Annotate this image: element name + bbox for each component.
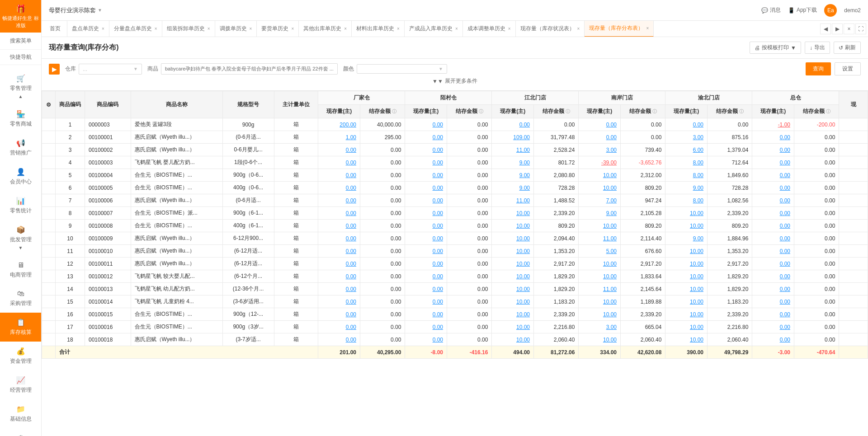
tab-close-icon[interactable]: × xyxy=(344,26,347,31)
tab-stock-dist[interactable]: 现存量（库存分布表） × xyxy=(585,21,654,37)
row-c1-qty[interactable]: 0.00 xyxy=(318,258,360,270)
sidebar-item-inventory[interactable]: 📋 库存核算 xyxy=(0,313,41,342)
row-c3-qty[interactable]: 10.00 xyxy=(492,295,534,308)
row-c2-qty[interactable]: 0.00 xyxy=(405,182,447,194)
row-tot-qty[interactable]: 0.00 xyxy=(752,270,794,283)
row-c2-qty[interactable]: 0.00 xyxy=(405,144,447,156)
sidebar-item-base[interactable]: 📁 基础信息 xyxy=(0,399,41,428)
row-tot-qty[interactable]: 0.00 xyxy=(752,245,794,258)
row-c2-qty[interactable]: 0.00 xyxy=(405,308,447,321)
tab-next-btn[interactable]: ▶ xyxy=(832,23,843,34)
row-c3-qty[interactable]: 10.00 xyxy=(492,308,534,321)
row-c1-qty[interactable]: 0.00 xyxy=(318,295,360,308)
row-c1-qty[interactable]: 0.00 xyxy=(318,308,360,321)
row-c1-qty[interactable]: 1.00 xyxy=(318,131,360,144)
tab-close-icon[interactable]: × xyxy=(455,26,458,31)
row-tot-qty[interactable]: 0.00 xyxy=(752,220,794,232)
row-c3-qty[interactable]: 10.00 xyxy=(492,283,534,295)
print-btn[interactable]: 🖨 按模板打印 ▼ xyxy=(750,42,801,54)
row-tot-qty[interactable]: 0.00 xyxy=(752,283,794,295)
tab-transfer[interactable]: 调拨单历史 × xyxy=(215,21,257,37)
row-c2-qty[interactable]: 0.00 xyxy=(405,232,447,245)
row-c5-qty[interactable]: 10.00 xyxy=(665,333,708,346)
row-c5-qty[interactable]: 8.00 xyxy=(665,156,708,169)
row-c2-qty[interactable]: 0.00 xyxy=(405,270,447,283)
row-c2-qty[interactable]: 0.00 xyxy=(405,321,447,333)
nanan-amt-info[interactable]: ⓘ xyxy=(652,109,657,114)
row-c1-qty[interactable]: 0.00 xyxy=(318,321,360,333)
row-c2-qty[interactable]: 0.00 xyxy=(405,118,447,131)
row-c2-qty[interactable]: 0.00 xyxy=(405,258,447,270)
row-c4-qty[interactable]: 0.00 xyxy=(579,118,621,131)
row-c3-qty[interactable]: 11.00 xyxy=(492,194,534,207)
row-c2-qty[interactable]: 0.00 xyxy=(405,131,447,144)
row-c4-qty[interactable]: 10.00 xyxy=(579,182,621,194)
tab-stock-status[interactable]: 现存量（库存状况表） × xyxy=(516,21,585,37)
company-dropdown[interactable]: 母婴行业演示陈套 xyxy=(49,6,96,14)
username[interactable]: demo2 xyxy=(844,7,861,14)
row-c4-qty[interactable]: 10.00 xyxy=(579,258,621,270)
company-dropdown-arrow[interactable]: ▼ xyxy=(98,8,102,13)
row-tot-qty[interactable]: 0.00 xyxy=(752,321,794,333)
row-c4-qty[interactable]: -39.00 xyxy=(579,156,621,169)
tab-other-out[interactable]: 其他出库单历史 × xyxy=(299,21,352,37)
row-c5-qty[interactable]: 9.00 xyxy=(665,182,708,194)
row-c5-qty[interactable]: 10.00 xyxy=(665,321,708,333)
row-c5-qty[interactable]: 0.00 xyxy=(665,118,708,131)
row-c1-qty[interactable]: 0.00 xyxy=(318,245,360,258)
tab-close-icon[interactable]: × xyxy=(155,26,157,31)
row-c3-qty[interactable]: 9.00 xyxy=(492,182,534,194)
tab-requisition[interactable]: 要货单历史 × xyxy=(257,21,299,37)
row-tot-qty[interactable]: 0.00 xyxy=(752,308,794,321)
row-c3-qty[interactable]: 10.00 xyxy=(492,245,534,258)
sidebar-item-system[interactable]: ⚙ 系统管理 xyxy=(0,428,41,436)
tab-close-icon[interactable]: × xyxy=(397,26,400,31)
tab-material-out[interactable]: 材料出库单历史 × xyxy=(352,21,405,37)
sidebar-item-retail-mgmt[interactable]: 🛒 零售管理 ▲ xyxy=(0,69,41,104)
row-c4-qty[interactable]: 11.00 xyxy=(579,283,621,295)
row-c3-qty[interactable]: 10.00 xyxy=(492,333,534,346)
row-c3-qty[interactable]: 11.00 xyxy=(492,144,534,156)
sidebar-item-retail-stats[interactable]: 📊 零售统计 xyxy=(0,191,41,220)
tab-close-icon[interactable]: × xyxy=(646,26,649,31)
row-tot-qty[interactable]: 0.00 xyxy=(752,169,794,182)
row-c5-qty[interactable]: 10.00 xyxy=(665,207,708,220)
sidebar-item-operations[interactable]: 📈 经营管理 xyxy=(0,370,41,399)
avatar[interactable]: Ea xyxy=(824,4,837,17)
row-c5-qty[interactable]: 10.00 xyxy=(665,283,708,295)
search-btn[interactable]: 查询 xyxy=(806,62,831,75)
tab-close-icon[interactable]: × xyxy=(102,26,104,31)
row-c2-qty[interactable]: 0.00 xyxy=(405,156,447,169)
row-c4-qty[interactable]: 3.00 xyxy=(579,144,621,156)
expand-more-btn[interactable]: ▼▼ 展开更多条件 xyxy=(49,75,861,87)
row-c2-qty[interactable]: 0.00 xyxy=(405,283,447,295)
app-download-btn[interactable]: 📱 App下载 xyxy=(788,6,817,14)
row-c1-qty[interactable]: 0.00 xyxy=(318,207,360,220)
row-c5-qty[interactable]: 10.00 xyxy=(665,270,708,283)
sidebar-nav-btn[interactable]: 快捷导航 xyxy=(0,50,41,65)
sidebar-item-marketing[interactable]: 📢 营销推广 xyxy=(0,133,41,162)
product-input[interactable]: babycare孕妇待产包 春季入院全套母子组合孕妇产后冬季月子用品 22件套 … xyxy=(161,63,338,75)
row-c2-qty[interactable]: 0.00 xyxy=(405,207,447,220)
tab-close-icon[interactable]: × xyxy=(208,26,210,31)
row-c1-qty[interactable]: 0.00 xyxy=(318,220,360,232)
export-btn[interactable]: ↓ 导出 xyxy=(805,42,830,54)
row-c2-qty[interactable]: 0.00 xyxy=(405,333,447,346)
row-tot-qty[interactable]: 0.00 xyxy=(752,182,794,194)
sidebar-item-ecom[interactable]: 🖥 电商管理 xyxy=(0,256,41,284)
row-c4-qty[interactable]: 7.00 xyxy=(579,194,621,207)
tab-close-all-btn[interactable]: × xyxy=(844,23,854,34)
row-c3-qty[interactable]: 10.00 xyxy=(492,232,534,245)
row-c1-qty[interactable]: 0.00 xyxy=(318,156,360,169)
row-c5-qty[interactable]: 6.00 xyxy=(665,144,708,156)
row-tot-qty[interactable]: 0.00 xyxy=(752,194,794,207)
row-c4-qty[interactable]: 3.00 xyxy=(579,321,621,333)
tab-cost-adjust[interactable]: 成本调整单历史 × xyxy=(463,21,516,37)
total-amt-info[interactable]: ⓘ xyxy=(826,109,830,114)
row-c5-qty[interactable]: 8.00 xyxy=(665,194,708,207)
row-c5-qty[interactable]: 10.00 xyxy=(665,295,708,308)
tab-product-in[interactable]: 产成品入库单历史 × xyxy=(405,21,463,37)
row-tot-qty[interactable]: -1.00 xyxy=(752,118,794,131)
refresh-btn[interactable]: ↺ 刷新 xyxy=(834,42,861,54)
color-input[interactable]: ▼ xyxy=(357,64,447,74)
